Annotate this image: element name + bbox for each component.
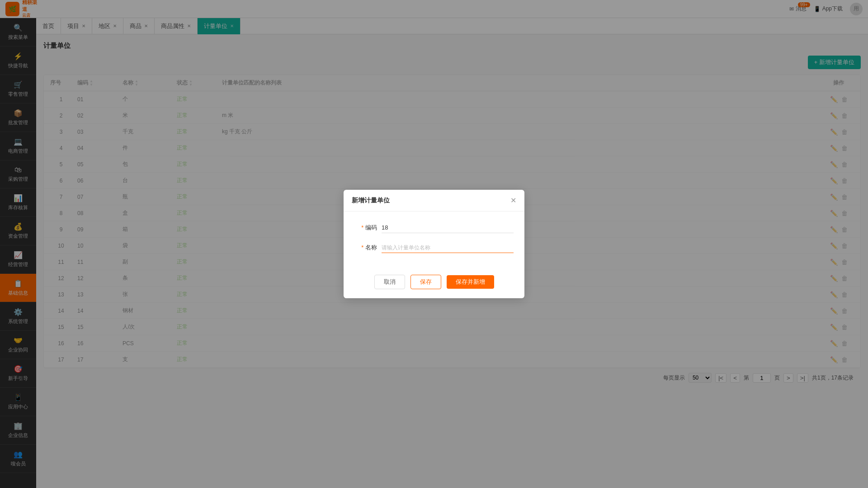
save-and-new-button[interactable]: 保存并新增: [447, 275, 494, 289]
cancel-button[interactable]: 取消: [374, 275, 405, 289]
modal-overlay[interactable]: 新增计量单位 ✕ * 编码 * 名称 取消 保存 保存并新增: [0, 0, 868, 488]
add-unit-modal: 新增计量单位 ✕ * 编码 * 名称 取消 保存 保存并新增: [344, 190, 524, 298]
code-input[interactable]: [382, 222, 514, 233]
form-row-name: * 名称: [354, 242, 514, 253]
modal-title: 新增计量单位: [352, 197, 390, 205]
form-row-code: * 编码: [354, 222, 514, 233]
modal-footer: 取消 保存 保存并新增: [344, 269, 524, 298]
save-button[interactable]: 保存: [410, 275, 441, 289]
name-label: * 名称: [354, 244, 382, 252]
modal-header: 新增计量单位 ✕: [344, 190, 524, 211]
modal-body: * 编码 * 名称: [344, 211, 524, 269]
name-input[interactable]: [382, 242, 514, 253]
modal-close-button[interactable]: ✕: [510, 196, 516, 205]
code-label: * 编码: [354, 224, 382, 232]
